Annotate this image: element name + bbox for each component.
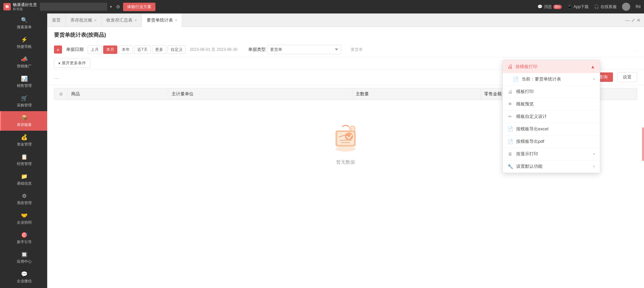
date-range-display: 2023-06-01 至 2023-06-30: [190, 47, 237, 53]
sidebar-item-basic[interactable]: 📁 基础信息: [0, 170, 47, 189]
sidebar-item-apps[interactable]: 🔲 应用中心: [0, 248, 47, 267]
tab-collection-label: 收发存汇总表: [106, 17, 133, 23]
empty-icon: !: [329, 120, 362, 154]
sidebar-label-purchase: 采购管理: [17, 103, 32, 108]
dropdown-item-template-excel[interactable]: 📄 按模板导出excel: [503, 123, 600, 135]
dropdown-item-template-pdf[interactable]: 📄 按模板导出pdf: [503, 135, 600, 148]
sidebar-item-guide[interactable]: 🎯 新手引导: [0, 228, 47, 248]
close-window-icon[interactable]: ✕: [637, 18, 641, 23]
tab-home-label: 首页: [52, 17, 61, 23]
download-icon: 📱: [567, 4, 572, 9]
dropdown-collapse-icon[interactable]: ▲: [590, 64, 595, 69]
dropdown-item-template-print[interactable]: 🖨 模板打印: [503, 86, 600, 98]
sidebar-item-wechat[interactable]: 💬 企业微信: [0, 267, 47, 287]
sidebar-item-purchase[interactable]: 🛒 采购管理: [0, 92, 47, 111]
dropdown-item-template-design[interactable]: ✏ 模板自定义设计: [503, 110, 600, 123]
sidebar-label-shortcut: 快捷导航: [17, 44, 32, 49]
tab-batch-label: 库存批次账: [70, 17, 92, 23]
order-type-label: 要货单: [351, 47, 363, 53]
settings-gear-icon[interactable]: ⚙: [116, 4, 120, 9]
sidebar-item-shortcut[interactable]: ⚡ 快捷导航: [0, 33, 47, 53]
tab-home[interactable]: 首页: [47, 13, 66, 27]
th-setting: ⚙: [54, 88, 68, 100]
app-download-btn[interactable]: 📱 App下载: [567, 4, 589, 10]
sidebar-label-sales: 销售管理: [17, 83, 32, 88]
app-download-label: App下载: [574, 4, 589, 10]
sidebar: 🔍 搜索菜单 ⚡ 快捷导航 📣 营销推广 📊 销售管理 🛒 采购管理 📦 库存核…: [0, 13, 47, 288]
type-filter-select[interactable]: 要货单: [267, 45, 341, 54]
sidebar-label-wechat: 企业微信: [17, 279, 32, 284]
dropdown-display-print-label: 按显示打印: [516, 151, 590, 157]
date-btn-recent7[interactable]: 近7天: [134, 45, 151, 54]
sidebar-item-collab[interactable]: 🤝 企业协同: [0, 209, 47, 228]
tab-batch[interactable]: 库存批次账 ×: [66, 13, 101, 27]
sidebar-label-operation: 经营管理: [17, 161, 32, 166]
online-service-btn[interactable]: 🎧 在线客服: [594, 4, 617, 10]
sidebar-item-search[interactable]: 🔍 搜索菜单: [0, 13, 47, 33]
system-icon: ⚙: [22, 193, 27, 199]
sidebar-item-inventory[interactable]: 📦 库存核算: [0, 111, 47, 131]
app-version: 标准版: [13, 7, 37, 11]
sidebar-item-system[interactable]: ⚙ 系统管理: [0, 189, 47, 209]
sidebar-label-marketing: 营销推广: [17, 64, 32, 69]
marketing-icon: 📣: [21, 56, 28, 62]
app-name: 畅康通好生意: [13, 2, 37, 7]
tab-window-controls: — ⤢ ✕: [622, 18, 644, 23]
search-chevron-icon[interactable]: ▾: [110, 4, 112, 9]
dropdown-set-default[interactable]: 🔧 设置默认功能 ▾: [503, 160, 600, 173]
search-input[interactable]: [40, 3, 107, 11]
current-template-icon: 📄: [513, 76, 518, 82]
dropdown-header-left: 🖨 按模板打印: [507, 64, 537, 70]
dropdown-current-template[interactable]: 📄 当前：要货单统计表 ▾: [503, 73, 600, 86]
sidebar-item-operation[interactable]: 📋 经营管理: [0, 150, 47, 170]
date-btn-prev[interactable]: 上月: [88, 45, 102, 54]
tab-order-stats[interactable]: 要货单统计表 ×: [142, 13, 182, 27]
set-default-arrow-icon: ▾: [593, 164, 595, 169]
type-filter: 单据类型 要货单: [248, 45, 341, 54]
sales-icon: 📊: [21, 75, 28, 82]
avatar[interactable]: [622, 3, 630, 11]
sidebar-item-finance[interactable]: 💰 资金管理: [0, 131, 47, 150]
page-title: 要货单统计表(按商品): [47, 27, 644, 42]
date-btn-year[interactable]: 本年: [119, 45, 133, 54]
expand-more-button[interactable]: ▾ 展开更多条件: [54, 59, 90, 68]
top-bar: 畅 畅康通好生意 标准版 ▾ ⚙ 体验行业方案 💬 消息 99+ 📱 App下载…: [0, 0, 644, 13]
date-btn-custom[interactable]: 自定义: [168, 45, 186, 54]
app-logo: 畅 畅康通好生意 标准版: [3, 2, 37, 11]
filter-expand-button[interactable]: »: [54, 45, 62, 54]
tab-batch-close-icon[interactable]: ×: [94, 18, 96, 22]
tab-collection[interactable]: 收发存汇总表 ×: [101, 13, 142, 27]
expand-more-label: 展开更多条件: [62, 60, 86, 66]
dropdown-display-print[interactable]: 🖥 按显示打印 ▾: [503, 148, 600, 160]
wechat-icon: 💬: [21, 271, 28, 277]
minimize-icon[interactable]: —: [625, 18, 630, 23]
settings-button[interactable]: 设置: [617, 72, 637, 82]
date-btn-current[interactable]: 本月: [103, 45, 117, 54]
sidebar-item-sales[interactable]: 📊 销售管理: [0, 72, 47, 92]
dropdown-item-label-template-excel: 按模板导出excel: [516, 126, 595, 132]
search-icon: 🔍: [21, 17, 28, 23]
sidebar-label-collab: 企业协同: [17, 220, 32, 225]
dropdown-item-template-preview[interactable]: 👁 模板预览: [503, 98, 600, 110]
toolbar-more-icon[interactable]: …: [54, 74, 59, 80]
username: Rit: [636, 4, 641, 9]
main-layout: 🔍 搜索菜单 ⚡ 快捷导航 📣 营销推广 📊 销售管理 🛒 采购管理 📦 库存核…: [0, 13, 644, 288]
sidebar-item-marketing[interactable]: 📣 营销推广: [0, 53, 47, 72]
print-dropdown: 🖨 按模板打印 ▲ 📄 当前：要货单统计表 ▾ 🖨 模板打印 👁 模板预览: [502, 60, 600, 173]
tab-order-stats-close-icon[interactable]: ×: [175, 18, 177, 22]
column-settings-icon[interactable]: ⚙: [59, 92, 63, 97]
date-btn-more[interactable]: 更多: [152, 45, 166, 54]
maximize-icon[interactable]: ⤢: [631, 18, 635, 23]
current-label-text: 当前：要货单统计表: [522, 76, 561, 82]
message-btn[interactable]: 💬 消息 99+: [537, 4, 562, 10]
scroll-indicator[interactable]: [642, 127, 644, 161]
trial-button[interactable]: 体验行业方案: [123, 3, 155, 11]
display-print-arrow-icon: ▾: [593, 152, 595, 156]
dropdown-header: 🖨 按模板打印 ▲: [503, 60, 600, 73]
message-icon: 💬: [537, 4, 543, 9]
tab-collection-close-icon[interactable]: ×: [135, 18, 137, 22]
display-print-icon: 🖥: [507, 151, 513, 157]
svg-rect-4: [340, 140, 352, 141]
operation-icon: 📋: [21, 154, 28, 160]
dropdown-item-label-template-preview: 模板预览: [516, 101, 595, 107]
